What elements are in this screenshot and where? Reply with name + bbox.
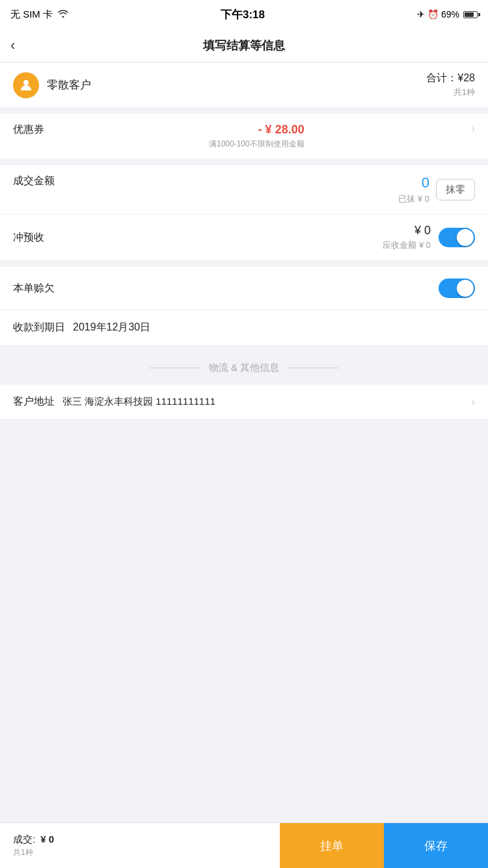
coupon-right: - ¥ 28.00 满1000-100不限制使用金额 [209, 123, 305, 150]
coupon-desc: 满1000-100不限制使用金额 [209, 139, 305, 150]
customer-left: 零散客户 [13, 72, 91, 98]
divider-1 [0, 107, 488, 114]
debt-label: 本单赊欠 [13, 282, 55, 295]
debt-toggle-knob [457, 280, 474, 297]
battery-percent: 69% [441, 9, 459, 20]
no-sim-label: 无 SIM 卡 [10, 8, 53, 21]
bottom-summary: 成交: ¥ 0 共1种 [0, 834, 280, 858]
prepayment-amount: ¥ 0 [383, 224, 431, 237]
transaction-section: 成交金额 0 已抹 ¥ 0 抹零 冲预收 ¥ 0 应收金额 ¥ 0 [0, 165, 488, 260]
due-date-value: 2019年12月30日 [73, 321, 150, 334]
debt-toggle[interactable] [439, 278, 475, 298]
prepayment-values: ¥ 0 应收金额 ¥ 0 [383, 224, 431, 251]
summary-deal-amount: ¥ 0 [40, 834, 54, 845]
avatar [13, 72, 39, 98]
save-button[interactable]: 保存 [384, 823, 488, 869]
customer-row: 零散客户 合计：¥28 共1种 [0, 62, 488, 107]
status-left: 无 SIM 卡 [10, 8, 68, 21]
back-button[interactable]: ‹ [10, 37, 15, 54]
transaction-label: 成交金额 [13, 174, 55, 188]
customer-right: 合计：¥28 共1种 [426, 72, 475, 98]
address-section: 客户地址 张三 海淀永丰科技园 11111111111 › [0, 385, 488, 419]
coupon-label: 优惠券 [13, 123, 44, 137]
customer-name: 零散客户 [47, 77, 91, 92]
address-label: 客户地址 [13, 395, 55, 409]
battery-icon [463, 11, 478, 18]
status-right: ✈ ⏰ 69% [417, 9, 478, 20]
prepayment-row: 冲预收 ¥ 0 应收金额 ¥ 0 [0, 214, 488, 260]
customer-section: 零散客户 合计：¥28 共1种 [0, 62, 488, 107]
transaction-deducted: 已抹 ¥ 0 [398, 193, 429, 205]
logistics-label: 物流 & 其他信息 [209, 362, 279, 374]
alarm-icon: ⏰ [427, 9, 439, 20]
round-zero-button[interactable]: 抹零 [436, 179, 475, 200]
prepayment-toggle[interactable] [439, 228, 475, 247]
address-chevron-icon: › [472, 396, 475, 408]
transaction-value: 0 [398, 174, 429, 191]
svg-point-0 [23, 80, 29, 85]
bottom-summary-count: 共1种 [13, 847, 267, 858]
divider-4 [0, 345, 488, 351]
divider-2 [0, 159, 488, 165]
debt-section: 本单赊欠 收款到期日 2019年12月30日 [0, 267, 488, 345]
transaction-row: 成交金额 0 已抹 ¥ 0 抹零 [0, 165, 488, 214]
logistics-header: 物流 & 其他信息 [0, 351, 488, 385]
address-chevron: › [469, 396, 475, 408]
wifi-icon [58, 10, 68, 20]
bottom-fill [0, 419, 488, 582]
summary-deal-label: 成交: [13, 834, 35, 845]
bottom-bar: 成交: ¥ 0 共1种 挂单 保存 [0, 822, 488, 868]
customer-count: 共1种 [426, 87, 475, 98]
status-bar: 无 SIM 卡 下午3:18 ✈ ⏰ 69% [0, 0, 488, 29]
address-value: 张三 海淀永丰科技园 11111111111 [62, 396, 469, 408]
prepayment-right: ¥ 0 应收金额 ¥ 0 [383, 224, 475, 251]
due-date-row: 收款到期日 2019年12月30日 [0, 310, 488, 345]
prepayment-sub: 应收金额 ¥ 0 [383, 239, 431, 251]
divider-3 [0, 260, 488, 267]
debt-row: 本单赊欠 [0, 267, 488, 310]
bottom-summary-title: 成交: ¥ 0 [13, 834, 267, 846]
location-icon: ✈ [417, 9, 425, 20]
coupon-row[interactable]: 优惠券 - ¥ 28.00 满1000-100不限制使用金额 › [0, 114, 488, 159]
prepayment-label: 冲预收 [13, 231, 44, 245]
chevron-right-icon: › [472, 123, 475, 135]
coupon-section: 优惠券 - ¥ 28.00 满1000-100不限制使用金额 › [0, 114, 488, 159]
transaction-right: 0 已抹 ¥ 0 抹零 [398, 174, 475, 205]
customer-total: 合计：¥28 [426, 72, 475, 85]
coupon-amount: - ¥ 28.00 [209, 123, 305, 137]
page-title: 填写结算等信息 [203, 38, 285, 53]
hang-order-button[interactable]: 挂单 [280, 823, 384, 869]
nav-bar: ‹ 填写结算等信息 [0, 29, 488, 62]
status-time: 下午3:18 [221, 7, 265, 22]
address-row[interactable]: 客户地址 张三 海淀永丰科技园 11111111111 › [0, 385, 488, 419]
toggle-knob [457, 229, 474, 246]
due-date-label: 收款到期日 [13, 321, 65, 334]
